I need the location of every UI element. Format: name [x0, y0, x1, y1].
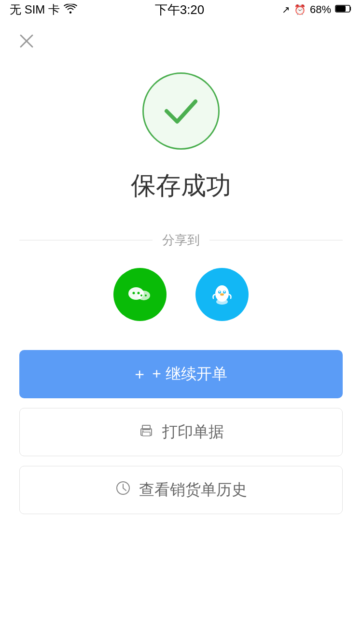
- share-section: 分享到: [19, 232, 343, 249]
- location-icon: ↗: [282, 4, 290, 15]
- svg-point-20: [142, 430, 144, 432]
- main-content: 保存成功 分享到: [0, 63, 362, 514]
- status-bar: 无 SIM 卡 下午3:20 ↗ ⏰ 68%: [0, 0, 362, 19]
- svg-point-15: [224, 291, 225, 293]
- wechat-share-button[interactable]: [113, 268, 167, 321]
- clock-icon: [115, 480, 131, 500]
- alarm-icon: ⏰: [294, 4, 306, 15]
- plus-icon: +: [135, 365, 144, 384]
- share-icons-row: [113, 268, 249, 321]
- close-button-wrap: [0, 19, 362, 63]
- action-buttons: + + 继续开单 打印单据 查看销货单历史: [19, 350, 343, 514]
- no-sim-text: 无 SIM 卡: [10, 2, 60, 17]
- svg-point-14: [219, 291, 221, 293]
- svg-point-11: [216, 299, 228, 305]
- history-label: 查看销货单历史: [139, 479, 247, 501]
- continue-order-button[interactable]: + + 继续开单: [19, 350, 343, 398]
- battery-icon: [335, 3, 352, 16]
- svg-point-5: [138, 291, 150, 300]
- svg-point-6: [133, 292, 135, 294]
- svg-point-16: [220, 294, 224, 296]
- battery-text: 68%: [310, 3, 331, 16]
- status-right: ↗ ⏰ 68%: [282, 3, 352, 16]
- status-left: 无 SIM 卡: [10, 2, 77, 17]
- qq-share-button[interactable]: [195, 268, 249, 321]
- svg-point-9: [145, 294, 147, 296]
- wifi-icon: [64, 3, 77, 16]
- svg-rect-1: [336, 6, 346, 12]
- history-button[interactable]: 查看销货单历史: [19, 466, 343, 514]
- svg-rect-19: [142, 432, 150, 436]
- print-button[interactable]: 打印单据: [19, 408, 343, 456]
- share-line-right: [209, 240, 343, 240]
- svg-point-7: [138, 292, 140, 294]
- print-label: 打印单据: [162, 421, 224, 443]
- success-title: 保存成功: [131, 169, 231, 203]
- printer-icon: [138, 422, 154, 442]
- share-label: 分享到: [162, 232, 200, 249]
- status-time: 下午3:20: [155, 1, 205, 18]
- success-icon-circle: [142, 72, 220, 150]
- share-line-left: [19, 240, 153, 240]
- svg-point-8: [140, 294, 142, 296]
- continue-order-label: + 继续开单: [152, 364, 227, 385]
- close-button[interactable]: [14, 29, 39, 53]
